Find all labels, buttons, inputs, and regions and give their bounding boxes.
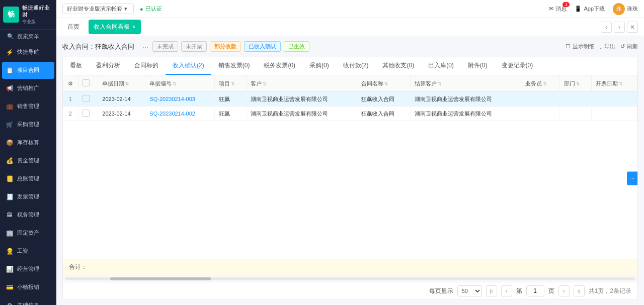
inner-tab-inout-stock[interactable]: 出入库(0)	[421, 57, 461, 75]
sidebar-item-tax[interactable]: 🏛 税务管理	[2, 207, 54, 224]
row-checkbox-2[interactable]	[83, 110, 90, 117]
th-department[interactable]: 部门⇅	[559, 75, 591, 92]
cell-date-2: 2023-02-14	[98, 107, 145, 121]
inner-tab-profit[interactable]: 盈利分析	[89, 57, 127, 75]
contract-more-button[interactable]: ···	[142, 43, 148, 51]
sidebar-item-operations[interactable]: 📊 经营管理	[2, 261, 54, 278]
inner-tab-change-log[interactable]: 变更记录(0)	[495, 57, 540, 75]
sidebar-item-label-6: 总账管理	[17, 175, 39, 182]
status-badge-partial-receipt[interactable]: 部分收款	[210, 41, 241, 52]
sort-salesperson-icon: ⇅	[543, 81, 547, 86]
sidebar-item-basic-info[interactable]: ⚙ 基础信息	[2, 297, 54, 305]
scroll-track[interactable]	[65, 277, 635, 280]
cell-order-2[interactable]: SQ-20230214-002	[145, 107, 215, 121]
status-badge-effective[interactable]: 已生效	[284, 41, 309, 52]
cell-order-1[interactable]: SQ-20230214-003	[145, 92, 215, 107]
show-detail-button[interactable]: ☐ 显示明细	[566, 43, 595, 50]
cell-checkbox-2[interactable]	[78, 107, 98, 121]
sidebar-item-label-7: 发票管理	[17, 193, 39, 200]
cell-date-1: 2023-02-14	[98, 92, 145, 107]
company-selector[interactable]: 好业财专业版演示帐套 ▾	[62, 4, 134, 14]
table-row[interactable]: 2 2023-02-14 SQ-20230214-002 狂飙 湖南卫视商业运营…	[63, 107, 637, 121]
refresh-button[interactable]: ↺ 刷新	[620, 43, 638, 50]
sidebar-item-project-contract[interactable]: 📋 项目合同	[2, 62, 54, 79]
sidebar-item-expense[interactable]: 💳 小畅报销	[2, 279, 54, 296]
th-settlement-customer[interactable]: 结算客户⇅	[411, 75, 521, 92]
cell-invoice-date-1	[591, 92, 637, 107]
order-link-1[interactable]: SQ-20230214-003	[149, 96, 195, 102]
sidebar-item-inventory[interactable]: 📦 库存核算	[2, 134, 54, 151]
right-edge-panel[interactable]: ⋮	[627, 172, 637, 185]
sidebar-quick-nav[interactable]: ⚡ 快捷导航	[2, 44, 54, 61]
header-checkbox[interactable]	[83, 79, 90, 86]
tab-income-contract[interactable]: 收入合同看板 ✕	[89, 20, 141, 34]
search-menu[interactable]: 🔍 搜索菜单	[0, 30, 56, 43]
inner-tab-attachment[interactable]: 附件(0)	[461, 57, 495, 75]
inner-tab-other-income[interactable]: 其他收支(0)	[375, 57, 421, 75]
sidebar-item-sales[interactable]: 💼 销售管理	[2, 98, 54, 115]
page-number-input[interactable]	[526, 285, 544, 296]
app-download-button[interactable]: 📱 App下载	[575, 5, 605, 13]
inner-tab-purchase[interactable]: 采购(0)	[302, 57, 336, 75]
sort-order-icon: ⇅	[173, 81, 177, 86]
order-link-2[interactable]: SQ-20230214-002	[149, 111, 195, 117]
inner-tab-revenue-confirm[interactable]: 收入确认(2)	[166, 57, 211, 75]
inner-tab-board[interactable]: 看板	[63, 57, 89, 75]
cell-checkbox-1[interactable]	[78, 92, 98, 107]
cell-invoice-date-2	[591, 107, 637, 121]
th-settings[interactable]: ⚙	[63, 75, 78, 92]
user-avatar[interactable]: 珠 珠珠	[613, 3, 638, 15]
pagination-last-button[interactable]: ›|	[574, 285, 585, 296]
th-salesperson[interactable]: 业务员⇅	[521, 75, 559, 92]
sidebar-item-purchase[interactable]: 🛒 采购管理	[2, 116, 54, 133]
th-checkbox[interactable]	[78, 75, 98, 92]
expense-icon: 💳	[5, 283, 14, 292]
table-container[interactable]: ⚙ 单据日期⇅ 单据编号⇅ 项目⇅ 客户⇅ 合同名称⇅ 结算客户⇅ 业务员⇅ 部…	[63, 75, 637, 259]
content-inner: 看板 盈利分析 合同标的 收入确认(2) 销售发票(0) 税务发票(0) 采购(…	[62, 57, 638, 300]
tab-close-icon[interactable]: ✕	[132, 24, 136, 30]
table-area: ⚙ 单据日期⇅ 单据编号⇅ 项目⇅ 客户⇅ 合同名称⇅ 结算客户⇅ 业务员⇅ 部…	[63, 75, 637, 282]
cell-salesperson-2	[521, 107, 559, 121]
inner-tab-tax-invoice[interactable]: 税务发票(0)	[257, 57, 302, 75]
th-order-no[interactable]: 单据编号⇅	[145, 75, 215, 92]
sidebar-item-invoice-mgmt[interactable]: 🧾 发票管理	[2, 188, 54, 206]
tab-prev-button[interactable]: ‹	[601, 22, 612, 33]
tab-next-button[interactable]: ›	[614, 22, 625, 33]
pagination-next-button[interactable]: ›	[558, 285, 570, 296]
tab-home[interactable]: 首页	[62, 20, 85, 34]
th-project[interactable]: 项目⇅	[215, 75, 247, 92]
contract-header: 收入合同：狂飙收入合同 ··· 未完成 未开票 部分收款 已收入确认 已生效 ☐…	[62, 41, 638, 52]
th-invoice-date[interactable]: 开票日期⇅	[591, 75, 637, 92]
sidebar-item-ledger[interactable]: 📒 总账管理	[2, 170, 54, 187]
pagination-first-button[interactable]: |‹	[486, 285, 497, 296]
cell-contract-2: 狂飙收入合同	[357, 107, 411, 121]
sidebar-item-funds[interactable]: 💰 资金管理	[2, 152, 54, 169]
table-row[interactable]: 1 2023-02-14 SQ-20230214-003 狂飙 湖南卫视商业运营…	[63, 92, 637, 107]
sidebar-item-payroll[interactable]: 👷 工资	[2, 243, 54, 260]
per-page-select[interactable]: 50 100 200	[457, 285, 482, 296]
scroll-thumb[interactable]	[110, 277, 211, 280]
scroll-area[interactable]	[63, 275, 637, 282]
sidebar-item-fixed-assets[interactable]: 🏢 固定资产	[2, 225, 54, 242]
th-contract-name[interactable]: 合同名称⇅	[357, 75, 411, 92]
row-checkbox-1[interactable]	[83, 95, 90, 102]
inner-tab-payment[interactable]: 收付款(2)	[336, 57, 376, 75]
ledger-icon: 📒	[5, 174, 14, 183]
export-button[interactable]: ↓ 导出	[600, 43, 616, 50]
status-badge-incomplete[interactable]: 未完成	[152, 41, 178, 52]
status-badge-revenue-confirmed[interactable]: 已收入确认	[244, 41, 281, 52]
tab-nav: ‹ › ✕	[601, 22, 638, 33]
inner-tab-subject[interactable]: 合同标的	[127, 57, 166, 75]
sidebar-logo: 畅 畅捷通好业财 专业版	[0, 0, 56, 30]
tab-close-button[interactable]: ✕	[627, 22, 638, 33]
inner-tab-sales-invoice[interactable]: 销售发票(0)	[211, 57, 257, 75]
invoice-mgmt-icon: 🧾	[5, 192, 14, 201]
pagination-prev-button[interactable]: ‹	[501, 285, 512, 296]
messages-button[interactable]: ✉ 1 消息	[549, 5, 567, 13]
table-header-row: ⚙ 单据日期⇅ 单据编号⇅ 项目⇅ 客户⇅ 合同名称⇅ 结算客户⇅ 业务员⇅ 部…	[63, 75, 637, 92]
sidebar-item-marketing[interactable]: 📢 营销推广	[2, 80, 54, 97]
th-customer[interactable]: 客户⇅	[247, 75, 357, 92]
cell-customer-1: 湖南卫视商业运营发展有限公司	[247, 92, 357, 107]
status-badge-uninvoiced[interactable]: 未开票	[181, 41, 207, 52]
th-date[interactable]: 单据日期⇅	[98, 75, 145, 92]
